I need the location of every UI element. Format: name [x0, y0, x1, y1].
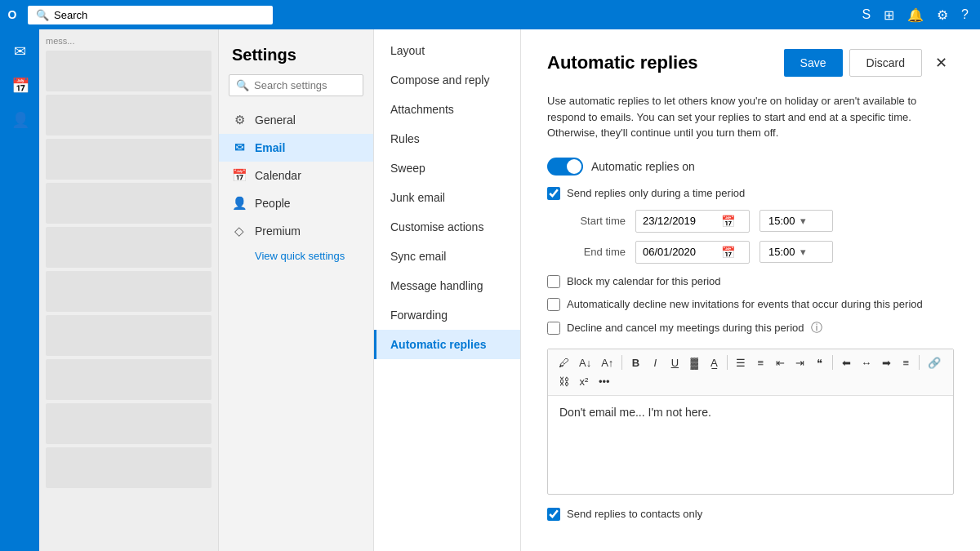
contacts-only-label[interactable]: Send replies to contacts only	[567, 508, 702, 520]
menu-item-forwarding[interactable]: Forwarding	[374, 300, 520, 330]
discard-button[interactable]: Discard	[849, 49, 922, 77]
numbered-list-button[interactable]: ≡	[751, 354, 769, 371]
sidebar-item-label: Calendar	[255, 169, 301, 182]
link-button[interactable]: 🔗	[924, 354, 945, 371]
end-time-select[interactable]: 15:00 ▾	[760, 241, 833, 263]
align-center-button[interactable]: ↔	[857, 354, 875, 371]
top-bar: O 🔍 S ⊞ 🔔 ⚙ ?	[0, 0, 980, 29]
sidebar-item-label: Premium	[255, 224, 301, 238]
chevron-down-icon: ▾	[800, 215, 824, 227]
sidebar-item-premium[interactable]: ◇ Premium	[219, 217, 373, 245]
sidebar-item-people[interactable]: 👤 People	[219, 189, 373, 217]
menu-item-automatic-replies[interactable]: Automatic replies	[374, 330, 520, 359]
settings-menu: Layout Compose and reply Attachments Rul…	[374, 29, 521, 551]
italic-button[interactable]: I	[646, 354, 664, 371]
contacts-only-checkbox[interactable]	[547, 508, 560, 521]
decline-meetings-label[interactable]: Decline and cancel my meetings during th…	[567, 322, 804, 334]
calendar-icon[interactable]: 📅	[721, 215, 735, 228]
editor-content: Don't email me... I'm not here.	[559, 406, 711, 419]
skype-icon[interactable]: S	[857, 4, 875, 25]
people-nav-icon[interactable]: 👤	[5, 104, 34, 136]
start-time-value: 15:00	[768, 215, 795, 227]
end-date-input[interactable]: 📅	[635, 241, 750, 264]
mail-item	[46, 183, 212, 224]
menu-item-sync[interactable]: Sync email	[374, 242, 520, 271]
menu-item-handling[interactable]: Message handling	[374, 271, 520, 300]
mail-nav-icon[interactable]: ✉	[5, 36, 34, 67]
increase-indent-button[interactable]: ⇥	[791, 354, 808, 371]
save-button[interactable]: Save	[784, 49, 843, 77]
font-size-decrease-button[interactable]: A↓	[575, 354, 595, 371]
superscript-button[interactable]: x²	[575, 373, 593, 390]
editor-container: 🖊 A↓ A↑ B I U ▓ A̲ ☰ ≡ ⇤ ⇥ ❝ ⬅	[547, 349, 954, 495]
start-date-field[interactable]	[643, 215, 716, 227]
block-calendar-checkbox[interactable]	[547, 275, 560, 288]
top-icons: S ⊞ 🔔 ⚙ ?	[857, 4, 980, 26]
menu-item-layout[interactable]: Layout	[374, 36, 520, 65]
contacts-only-row: Send replies to contacts only	[547, 508, 954, 521]
top-search-box[interactable]: 🔍	[28, 6, 273, 24]
decrease-indent-button[interactable]: ⇤	[771, 354, 789, 371]
menu-item-junk[interactable]: Junk email	[374, 183, 520, 212]
decline-invitations-checkbox[interactable]	[547, 298, 560, 311]
toolbar-divider	[727, 355, 728, 370]
toolbar-divider	[621, 355, 622, 370]
extra-checkboxes: Block my calendar for this period Automa…	[547, 275, 954, 335]
align-left-button[interactable]: ⬅	[837, 354, 855, 371]
settings-icon[interactable]: ⚙	[932, 4, 953, 26]
align-right-button[interactable]: ➡	[877, 354, 895, 371]
time-period-checkbox[interactable]	[547, 187, 560, 200]
sidebar-item-calendar[interactable]: 📅 Calendar	[219, 162, 373, 189]
header-buttons: Save Discard ✕	[784, 49, 954, 77]
bold-button[interactable]: B	[626, 354, 644, 371]
automatic-replies-toggle[interactable]	[547, 158, 583, 176]
menu-item-customise[interactable]: Customise actions	[374, 212, 520, 242]
block-calendar-row: Block my calendar for this period	[547, 275, 954, 288]
more-button[interactable]: •••	[595, 373, 614, 390]
calendar-nav-icon[interactable]: 📅	[5, 70, 34, 101]
view-quick-settings-link[interactable]: View quick settings	[219, 245, 373, 267]
sidebar-item-general[interactable]: ⚙ General	[219, 106, 373, 134]
format-button[interactable]: 🖊	[555, 354, 573, 371]
menu-item-attachments[interactable]: Attachments	[374, 95, 520, 124]
start-date-input[interactable]: 📅	[635, 210, 750, 233]
end-date-field[interactable]	[643, 246, 716, 258]
end-time-label: End time	[568, 246, 626, 258]
editor-body[interactable]: Don't email me... I'm not here.	[548, 396, 953, 494]
quote-button[interactable]: ❝	[810, 354, 828, 371]
remove-link-button[interactable]: ⛓	[555, 373, 573, 390]
decline-meetings-row: Decline and cancel my meetings during th…	[547, 321, 954, 335]
help-icon[interactable]: ?	[956, 4, 973, 25]
justify-button[interactable]: ≡	[897, 354, 915, 371]
mail-item	[46, 139, 212, 180]
start-time-row: Start time 📅 15:00 ▾	[568, 210, 954, 233]
block-calendar-label[interactable]: Block my calendar for this period	[567, 275, 721, 287]
decline-invitations-label[interactable]: Automatically decline new invitations fo…	[567, 298, 923, 310]
search-settings-box[interactable]: 🔍	[229, 74, 363, 96]
bullets-button[interactable]: ☰	[732, 354, 750, 371]
font-size-increase-button[interactable]: A↑	[597, 354, 617, 371]
nav-sidebar: Settings 🔍 ⚙ General ✉ Email 📅 Calendar …	[219, 29, 374, 551]
highlight-button[interactable]: ▓	[685, 354, 703, 371]
top-search-input[interactable]	[54, 9, 265, 21]
notifications-icon[interactable]: 🔔	[902, 4, 929, 26]
start-time-label: Start time	[568, 215, 626, 227]
calendar-icon: 📅	[232, 168, 247, 183]
start-time-select[interactable]: 15:00 ▾	[760, 210, 833, 232]
menu-item-compose[interactable]: Compose and reply	[374, 65, 520, 95]
time-period-label[interactable]: Send replies only during a time period	[567, 187, 745, 199]
page-header: Automatic replies Save Discard ✕	[547, 49, 954, 77]
mail-item	[46, 359, 212, 400]
search-settings-input[interactable]	[254, 79, 356, 91]
apps-icon[interactable]: ⊞	[879, 4, 899, 26]
decline-meetings-checkbox[interactable]	[547, 322, 560, 335]
info-icon[interactable]: ⓘ	[811, 321, 822, 335]
close-button[interactable]: ✕	[929, 49, 954, 77]
menu-item-sweep[interactable]: Sweep	[374, 153, 520, 183]
mail-folder-label: mess...	[46, 36, 212, 46]
sidebar-item-email[interactable]: ✉ Email	[219, 134, 373, 162]
calendar-icon[interactable]: 📅	[721, 246, 735, 259]
menu-item-rules[interactable]: Rules	[374, 124, 520, 153]
underline-button[interactable]: U	[666, 354, 684, 371]
font-color-button[interactable]: A̲	[705, 354, 723, 371]
